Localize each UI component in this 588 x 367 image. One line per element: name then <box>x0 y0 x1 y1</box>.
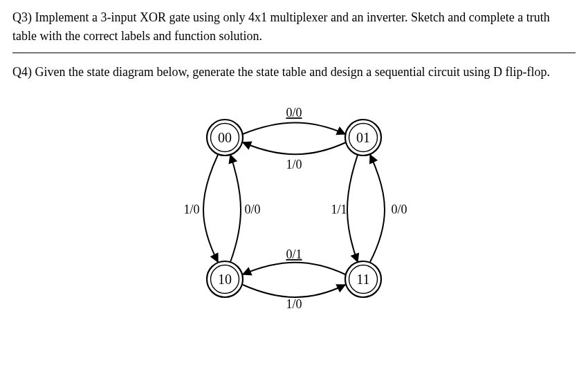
edge-10-11 <box>243 285 345 297</box>
edge-11-01 <box>370 155 385 262</box>
edge-00-01-label: 0/0 <box>286 106 302 120</box>
state-01-label: 01 <box>356 130 370 145</box>
state-01: 01 <box>345 120 381 156</box>
state-diagram: 00 01 10 11 0/0 1/0 1/0 0/0 1/1 0/0 0/1 … <box>142 86 446 321</box>
state-11: 11 <box>345 261 381 297</box>
edge-00-10-label: 1/0 <box>183 203 199 216</box>
q3-text: Implement a 3-input XOR gate using only … <box>12 10 550 43</box>
edge-01-11-label: 1/1 <box>331 203 347 216</box>
edge-01-11 <box>347 155 358 262</box>
q4-text: Given the state diagram below, generate … <box>35 65 551 79</box>
q4-label: Q4) <box>12 65 32 79</box>
edge-10-11-label: 1/0 <box>286 297 302 311</box>
edge-00-10 <box>203 155 218 262</box>
edge-10-00 <box>230 155 241 262</box>
state-10-label: 10 <box>218 272 232 287</box>
edge-11-10 <box>243 263 345 274</box>
question-q3: Q3) Implement a 3-input XOR gate using o… <box>12 8 576 46</box>
state-00-label: 00 <box>218 130 232 145</box>
q3-label: Q3) <box>12 10 32 24</box>
question-q4: Q4) Given the state diagram below, gener… <box>12 63 576 82</box>
edge-01-00-label: 1/0 <box>286 158 302 171</box>
edge-00-01 <box>243 123 345 135</box>
edge-10-00-label: 0/0 <box>244 203 260 216</box>
state-10: 10 <box>207 261 243 297</box>
section-divider <box>12 53 576 53</box>
edge-11-01-label: 0/0 <box>391 203 407 216</box>
edge-11-10-label: 0/1 <box>286 247 302 261</box>
state-diagram-container: 00 01 10 11 0/0 1/0 1/0 0/0 1/1 0/0 0/1 … <box>12 86 576 321</box>
state-11-label: 11 <box>356 272 369 287</box>
edge-01-00 <box>243 142 346 154</box>
state-00: 00 <box>207 120 243 156</box>
